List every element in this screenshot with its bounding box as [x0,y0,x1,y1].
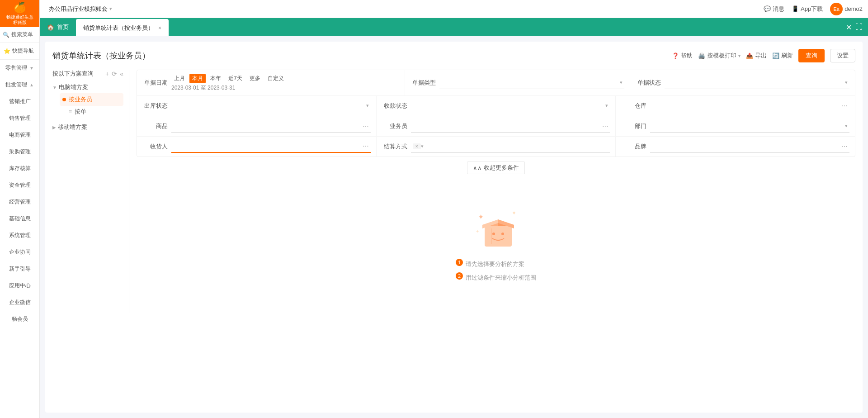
sidebar: 🍊 畅捷通好生意 标账版 🔍 搜索菜单 ⭐ 快捷导航 零售管理 ▼ 批发管理 ▲… [0,0,40,418]
star-icon: ⭐ [4,48,10,54]
sidebar-item-wechat[interactable]: 企业微信 [0,294,39,311]
warehouse-input[interactable]: ··· [650,100,849,112]
empty-hint-1: 请先选择要分析的方案 [466,258,524,270]
warehouse-label: 仓库 [621,102,646,110]
date-range-display: 2023-03-01 至 2023-03-31 [171,84,399,92]
sidebar-item-member[interactable]: 畅会员 [0,311,39,328]
desktop-scheme-group[interactable]: ▼ 电脑端方案 [52,81,123,93]
brand-dots-icon[interactable]: ··· [842,142,848,151]
date-tab-this-month[interactable]: 本月 [189,74,206,83]
doc-type-dropdown-icon[interactable]: ▾ [620,80,623,86]
tab-home-label: 首页 [57,23,69,31]
page-title: 销货单统计表（按业务员） [52,50,150,61]
date-tab-7days[interactable]: 近7天 [226,74,245,83]
product-label: 商品 [142,122,168,130]
salesperson-input[interactable]: ··· [411,120,610,133]
chevron-down-icon: ▾ [109,6,112,12]
brand-input[interactable]: ··· [650,140,849,153]
tab-sales-stat[interactable]: 销货单统计表（按业务员） × [76,19,169,37]
warehouse-dots-icon[interactable]: ··· [842,102,848,110]
dept-dropdown-icon[interactable]: ▾ [845,123,848,129]
sidebar-member-label: 畅会员 [12,315,28,323]
doc-status-dropdown-icon[interactable]: ▾ [845,80,848,86]
left-panel-title: 按以下方案查询 [52,70,94,78]
filter-section: 单据日期 上月 本月 本年 近7天 更多 自定义 [137,70,855,157]
sidebar-item-finance[interactable]: 资金管理 [0,177,39,194]
print-btn[interactable]: 🖨️ 按模板打印 ▾ [698,52,741,60]
sidebar-item-sales[interactable]: 销售管理 [0,110,39,127]
sidebar-item-enterprise[interactable]: 企业协同 [0,244,39,261]
sidebar-item-guide[interactable]: 新手引导 [0,261,39,277]
tab-close-icon[interactable]: × [158,25,161,31]
date-tab-custom[interactable]: 自定义 [265,74,287,83]
sidebar-sales-label: 销售管理 [9,114,31,122]
sidebar-menu: 零售管理 ▼ 批发管理 ▲ 营销推广 销售管理 电商管理 采购管理 库存核算 资… [0,60,39,418]
query-button[interactable]: 查询 [798,49,825,62]
collapse-row: ∧∧ 收起更多条件 [137,157,855,179]
product-input[interactable]: ··· [171,120,371,133]
settlement-tag-close[interactable]: × [415,144,418,149]
sidebar-item-marketing[interactable]: 营销推广 [0,93,39,110]
date-tab-this-year[interactable]: 本年 [208,74,224,83]
refresh-scheme-icon[interactable]: ⟳ [112,70,117,77]
date-tabs: 上月 本月 本年 近7天 更多 自定义 [171,74,399,83]
sidebar-item-wholesale[interactable]: 批发管理 ▲ [0,76,39,93]
window-maximize-btn[interactable]: ⛶ [855,23,863,31]
app-logo: 🍊 畅捷通好生意 标账版 [0,0,39,27]
settings-button[interactable]: 设置 [830,49,855,62]
sidebar-ecommerce-label: 电商管理 [9,131,31,139]
sidebar-item-system[interactable]: 系统管理 [0,227,39,244]
consignee-dots-icon[interactable]: ··· [363,142,368,150]
sidebar-item-inventory[interactable]: 库存核算 [0,160,39,177]
date-label: 单据日期 [142,79,168,87]
doc-status-input[interactable]: ▾ [665,76,849,89]
out-status-input[interactable]: ▾ [171,100,371,112]
search-menu-item[interactable]: 🔍 搜索菜单 [0,27,39,43]
sidebar-item-purchase[interactable]: 采购管理 [0,143,39,160]
app-download-btn[interactable]: 📱 App下载 [792,5,823,13]
user-name: demo2 [844,5,863,12]
quick-nav-item[interactable]: ⭐ 快捷导航 [0,44,39,57]
sidebar-enterprise-label: 企业协同 [9,248,31,256]
settlement-tags: × [413,143,421,149]
add-scheme-icon[interactable]: + [105,70,109,77]
tab-home[interactable]: 🏠 首页 [40,18,76,36]
date-tab-more[interactable]: 更多 [247,74,263,83]
sidebar-item-operations[interactable]: 经营管理 [0,194,39,210]
scheme-by-order[interactable]: ≡ 按单 [60,106,123,118]
window-close-btn[interactable]: ✕ [846,23,852,32]
collapse-button[interactable]: ∧∧ 收起更多条件 [467,162,525,174]
collapse-panel-icon[interactable]: « [120,70,123,77]
settlement-input[interactable]: × ▾ [411,140,610,153]
product-dots-icon[interactable]: ··· [363,122,368,130]
quick-nav: ⭐ 快捷导航 [0,43,39,60]
page-inner: 销货单统计表（按业务员） ❓ 帮助 🖨️ 按模板打印 ▾ 📤 导出 [45,42,863,413]
sidebar-item-ecommerce[interactable]: 电商管理 [0,127,39,143]
tab-sales-stat-label: 销货单统计表（按业务员） [83,24,154,32]
consignee-input[interactable]: ··· [171,140,371,153]
sidebar-item-retail[interactable]: 零售管理 ▼ [0,60,39,76]
doc-type-input[interactable]: ▾ [439,76,624,89]
sidebar-item-basic[interactable]: 基础信息 [0,210,39,227]
message-btn[interactable]: 💬 消息 [764,5,784,13]
page-content: 销货单统计表（按业务员） ❓ 帮助 🖨️ 按模板打印 ▾ 📤 导出 [40,36,868,418]
out-status-dropdown-icon[interactable]: ▾ [366,103,369,109]
app-selector[interactable]: 办公用品行业模拟账套 ▾ [45,3,116,15]
receipt-status-dropdown-icon[interactable]: ▾ [605,103,608,109]
sidebar-item-appstore[interactable]: 应用中心 [0,277,39,294]
refresh-icon: 🔄 [772,52,779,59]
user-profile[interactable]: Ea demo2 [830,3,863,15]
dept-input[interactable]: ▾ [650,120,849,133]
refresh-btn[interactable]: 🔄 刷新 [772,52,793,60]
salesperson-dots-icon[interactable]: ··· [602,122,608,130]
help-btn[interactable]: ❓ 帮助 [672,52,693,60]
settlement-label: 结算方式 [382,142,407,151]
tabbar-actions: ✕ ⛶ [846,23,868,32]
scheme-by-salesperson[interactable]: 按业务员 [60,93,123,106]
export-btn[interactable]: 📤 导出 [746,52,767,60]
date-tab-last-month[interactable]: 上月 [171,74,188,83]
left-panel: 按以下方案查询 + ⟳ « ▼ 电脑端方案 [52,70,129,313]
mobile-scheme-header[interactable]: ▶ 移动端方案 [52,121,123,133]
settlement-dropdown-icon[interactable]: ▾ [421,143,424,149]
receipt-status-input[interactable]: ▾ [411,100,610,112]
